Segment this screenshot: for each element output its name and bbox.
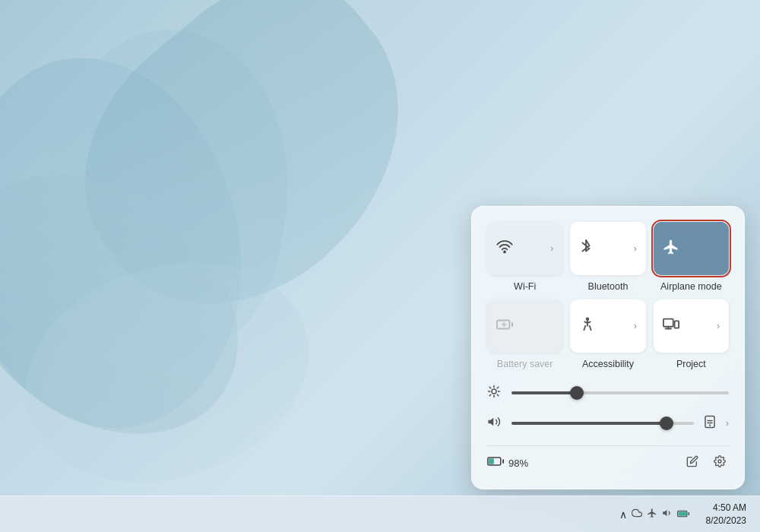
- airplane-toggle-item: Airplane mode: [654, 222, 729, 292]
- bluetooth-chevron-icon: ›: [634, 243, 637, 254]
- footer-actions: [683, 452, 729, 473]
- svg-marker-29: [663, 510, 667, 516]
- svg-point-11: [492, 389, 496, 394]
- volume-track[interactable]: [511, 422, 694, 425]
- taskbar-date-display: 8/20/2023: [706, 515, 746, 527]
- svg-point-28: [718, 460, 721, 463]
- svg-rect-10: [674, 321, 679, 328]
- project-toggle-item: › Project: [654, 299, 729, 369]
- accessibility-chevron-icon: ›: [634, 321, 637, 331]
- battery-icon: [487, 455, 504, 470]
- project-button[interactable]: ›: [654, 299, 729, 353]
- brightness-slider-row: [487, 385, 729, 401]
- airplane-mode-button[interactable]: [654, 222, 729, 275]
- svg-line-18: [489, 394, 491, 396]
- airplane-label: Airplane mode: [660, 281, 722, 292]
- svg-point-24: [709, 424, 711, 426]
- svg-line-16: [489, 387, 491, 388]
- airplane-icon: [663, 239, 679, 259]
- brightness-thumb[interactable]: [570, 386, 584, 400]
- accessibility-toggle-item: › Accessibility: [570, 299, 645, 369]
- volume-slider-row: ›: [487, 415, 729, 432]
- taskbar-time-display: 4:50 AM: [713, 502, 746, 515]
- bluetooth-toggle-item: › Bluetooth: [570, 222, 645, 292]
- volume-thumb[interactable]: [660, 416, 673, 430]
- chevron-up-icon[interactable]: ∧: [619, 508, 627, 521]
- battery-saver-toggle-item: Battery saver: [487, 299, 562, 369]
- project-chevron-icon: ›: [717, 321, 720, 331]
- brightness-track[interactable]: [511, 391, 729, 394]
- battery-info: 98%: [487, 455, 528, 470]
- svg-rect-26: [489, 458, 494, 464]
- svg-marker-20: [489, 418, 494, 426]
- svg-line-17: [497, 394, 499, 396]
- svg-line-19: [497, 387, 499, 388]
- battery-taskbar-icon[interactable]: [677, 508, 689, 521]
- battery-saver-button[interactable]: [487, 299, 562, 353]
- bluetooth-label: Bluetooth: [588, 281, 629, 292]
- volume-taskbar-icon[interactable]: [662, 508, 673, 521]
- volume-icon: [487, 415, 502, 432]
- quick-settings-panel: › Wi-Fi › Bluetooth: [471, 206, 745, 489]
- panel-footer: 98%: [487, 445, 729, 473]
- edit-quick-settings-button[interactable]: [683, 452, 701, 473]
- taskbar: ∧: [0, 496, 760, 532]
- volume-output-icon: [703, 415, 717, 432]
- wifi-button[interactable]: ›: [487, 222, 562, 275]
- brightness-fill: [511, 391, 577, 394]
- battery-percent: 98%: [508, 458, 528, 469]
- bluetooth-button[interactable]: ›: [570, 222, 645, 275]
- accessibility-button[interactable]: ›: [570, 299, 645, 353]
- airplane-taskbar-icon[interactable]: [647, 508, 657, 521]
- weather-icon[interactable]: [632, 508, 642, 521]
- taskbar-right: ∧: [613, 500, 751, 529]
- settings-button[interactable]: [711, 452, 729, 473]
- volume-fill: [511, 422, 667, 425]
- wifi-label: Wi-Fi: [514, 281, 536, 292]
- wifi-icon: [496, 239, 513, 259]
- toggle-grid: › Wi-Fi › Bluetooth: [487, 222, 729, 369]
- brightness-icon: [487, 385, 502, 401]
- wifi-chevron-icon: ›: [550, 243, 553, 254]
- svg-rect-7: [663, 318, 673, 326]
- taskbar-system-icons[interactable]: ∧: [613, 505, 695, 524]
- taskbar-datetime[interactable]: 4:50 AM 8/20/2023: [701, 500, 751, 529]
- svg-rect-31: [678, 511, 686, 516]
- battery-saver-icon: [496, 318, 513, 335]
- svg-point-0: [504, 251, 505, 252]
- accessibility-icon: [579, 316, 596, 337]
- project-label: Project: [676, 359, 706, 369]
- project-icon: [663, 318, 679, 335]
- battery-saver-label: Battery saver: [497, 359, 553, 369]
- wifi-toggle-item: › Wi-Fi: [487, 222, 562, 292]
- accessibility-label: Accessibility: [582, 359, 634, 369]
- bluetooth-icon: [579, 239, 593, 259]
- volume-chevron-icon: ›: [726, 418, 729, 429]
